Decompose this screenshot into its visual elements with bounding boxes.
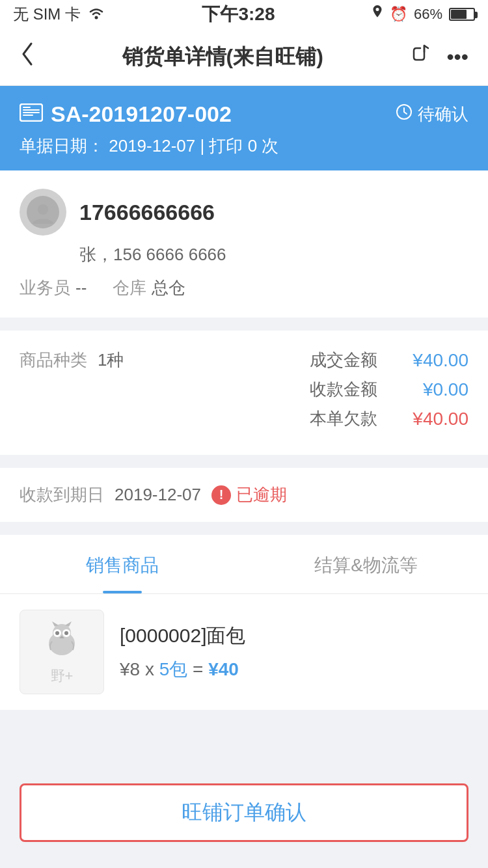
deal-amount-row: 成交金额 ¥40.00 [310,349,468,372]
product-types-label: 商品种类 [20,349,87,372]
amounts-section: 商品种类 1种 成交金额 ¥40.00 收款金额 ¥0.00 本单欠款 ¥40.… [0,331,488,455]
product-list: 野+ [0000002]面包 ¥8 x 5包 = ¥40 [0,594,488,710]
svg-point-11 [64,631,68,635]
date-value: 2019-12-07 [109,136,195,156]
customer-phone: 17666666666 [79,200,215,225]
avatar [20,189,66,236]
product-total: ¥40 [208,659,239,679]
debt-value: ¥40.00 [390,409,468,429]
tab-settlement[interactable]: 结算&物流等 [244,535,488,593]
product-info: [0000002]面包 ¥8 x 5包 = ¥40 [120,623,468,682]
due-date-value: 2019-12-07 [115,485,201,505]
svg-point-3 [38,204,48,215]
status-left: 无 SIM 卡 [13,4,105,25]
multiply-sign: x [145,659,159,679]
order-header-top: SA-20191207-002 待确认 [20,102,468,127]
page-title: 销货单详情(来自旺铺) [122,43,323,72]
warehouse-label: 仓库 [113,277,146,299]
order-header: SA-20191207-002 待确认 单据日期： 2019-12-07 | 打… [0,86,488,170]
overdue-badge: ! 已逾期 [211,483,287,506]
svg-point-10 [55,631,59,635]
sales-meta: 业务员 -- [20,277,87,299]
product-price: ¥8 [120,659,140,679]
debt-amount-row: 本单欠款 ¥40.00 [310,407,468,430]
tabs-section: 销售商品 结算&物流等 [0,535,488,710]
overdue-icon: ! [211,485,231,505]
customer-meta: 业务员 -- 仓库 总仓 [20,277,468,299]
print-text: 打印 0 次 [209,136,278,156]
amounts-right: 成交金额 ¥40.00 收款金额 ¥0.00 本单欠款 ¥40.00 [310,349,468,437]
product-item: 野+ [0000002]面包 ¥8 x 5包 = ¥40 [20,610,468,694]
customer-section: 17666666666 张，156 6666 6666 业务员 -- 仓库 总仓 [0,170,488,318]
received-amount-row: 收款金额 ¥0.00 [310,378,468,401]
deal-amount-value: ¥40.00 [390,350,468,371]
tabs-header: 销售商品 结算&物流等 [0,535,488,594]
received-label: 收款金额 [310,378,377,401]
tab-sales-label: 销售商品 [86,555,159,575]
status-clock-icon [396,103,413,125]
product-price-row: ¥8 x 5包 = ¥40 [120,657,468,682]
due-date-label: 收款到期日 [20,483,104,506]
status-bar: 无 SIM 卡 下午3:28 ⏰ 66% [0,0,488,29]
status-text: 待确认 [418,103,468,126]
battery-icon [449,8,475,21]
confirm-order-button[interactable]: 旺铺订单确认 [20,783,468,842]
nav-bar: 销货单详情(来自旺铺) ••• [0,29,488,86]
order-date-info: 单据日期： 2019-12-07 | 打印 0 次 [20,135,468,157]
date-label: 单据日期： [20,136,104,156]
status-right: ⏰ 66% [372,5,475,23]
warehouse-value: 总仓 [152,277,185,299]
product-thumbnail: 野+ [20,610,104,694]
battery-text: 66% [414,6,442,23]
equals-sign: = [193,659,208,679]
thumb-plus-text: 野+ [51,666,74,686]
product-types: 商品种类 1种 [20,349,124,372]
svg-point-0 [95,16,98,20]
order-number: SA-20191207-002 [51,102,232,127]
sales-label: 业务员 [20,277,70,299]
debt-label: 本单欠款 [310,407,377,430]
confirm-btn-wrapper: 旺铺订单确认 [0,770,488,868]
date-separator: | [200,136,209,156]
order-id: SA-20191207-002 [20,102,232,127]
tab-settlement-label: 结算&物流等 [314,555,418,575]
product-qty: 5包 [159,659,188,679]
deal-amount-label: 成交金额 [310,349,377,372]
received-value: ¥0.00 [390,379,468,400]
wifi-icon [87,5,105,23]
avatar-inner [27,196,59,228]
share-icon[interactable] [410,43,433,72]
product-name: [0000002]面包 [120,623,468,649]
back-button[interactable] [20,41,35,73]
tab-sales-products[interactable]: 销售商品 [0,535,244,593]
product-types-value: 1种 [98,349,124,372]
status-time: 下午3:28 [202,2,275,27]
sales-value: -- [75,278,87,298]
order-status: 待确认 [396,103,468,126]
due-date-section: 收款到期日 2019-12-07 ! 已逾期 [0,468,488,522]
more-icon[interactable]: ••• [446,45,468,69]
overdue-text: 已逾期 [236,483,287,506]
order-icon [20,102,43,127]
location-icon [372,5,383,23]
customer-top: 17666666666 [20,189,468,236]
warehouse-meta: 仓库 总仓 [113,277,185,299]
owl-icon [39,619,85,664]
nav-actions: ••• [410,43,468,72]
customer-name: 张，156 6666 6666 [20,243,468,266]
alarm-icon: ⏰ [390,6,407,23]
carrier-text: 无 SIM 卡 [13,4,81,25]
